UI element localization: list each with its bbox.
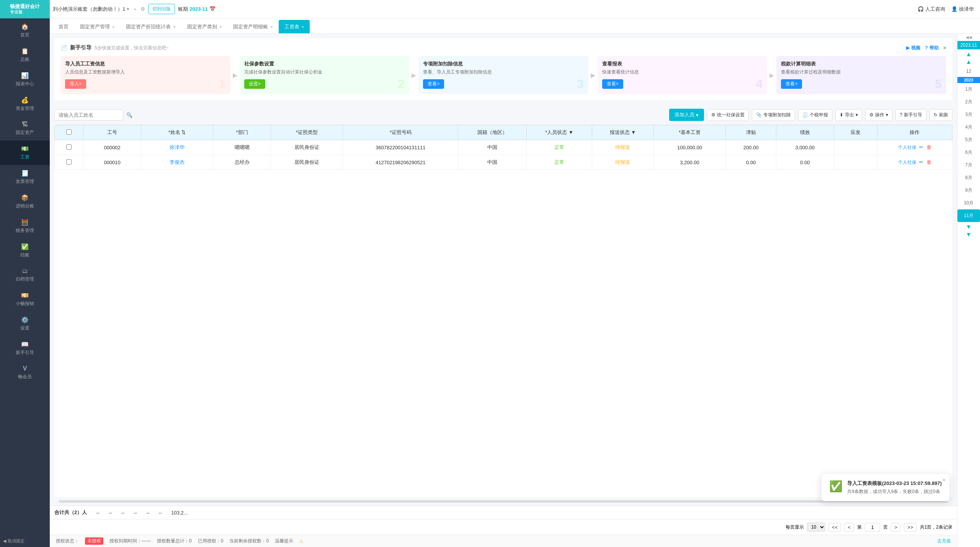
last-page-btn[interactable]: >> — [904, 523, 917, 532]
month-10[interactable]: 10月 — [957, 197, 980, 209]
tab-depreciation-close[interactable]: × — [173, 24, 175, 29]
sidebar-item-ledger[interactable]: 📋 总账 — [0, 43, 50, 67]
row2-edit-icon[interactable]: ✏ — [919, 159, 923, 165]
sidebar-label-guide: 新手引导 — [16, 349, 34, 356]
guide-close-btn[interactable]: × — [943, 45, 946, 51]
tab-salary-close[interactable]: × — [302, 24, 304, 29]
month-8[interactable]: 8月 — [957, 171, 980, 184]
unpin-button[interactable]: ◀ 取消固定 — [0, 535, 50, 547]
sidebar-item-archive[interactable]: 🗂 归档管理 — [0, 263, 50, 287]
tax-report-button[interactable]: 🧾 个税申报 — [798, 109, 832, 121]
per-page-select[interactable]: 10 20 50 — [807, 523, 825, 532]
export-button[interactable]: ⬇ 导出 ▾ — [835, 109, 862, 121]
tab-salary[interactable]: 工资表 × — [279, 20, 310, 33]
tab-fixed-assets[interactable]: 固定资产管理 × — [74, 20, 120, 33]
sidebar-item-close[interactable]: ✅ 结账 — [0, 238, 50, 263]
horizontal-scrollbar[interactable] — [59, 500, 948, 503]
row1-social-link[interactable]: 个人社保 — [898, 145, 916, 150]
sidebar-item-invoice[interactable]: 🧾 发票管理 — [0, 165, 50, 189]
sidebar-item-home[interactable]: 🏠 首页 — [0, 18, 50, 43]
tab-asset-category-close[interactable]: × — [219, 24, 222, 29]
new-guide-button[interactable]: ? 新手引导 — [895, 109, 926, 121]
th-nation: 国籍（地区） — [458, 125, 527, 140]
month-6[interactable]: 6月 — [957, 146, 980, 159]
operation-button[interactable]: ⚙ 操作 ▾ — [865, 109, 892, 121]
row2-social-link[interactable]: 个人社保 — [898, 160, 916, 165]
tab-asset-detail[interactable]: 固定资产明细账 × — [227, 20, 278, 33]
guide-step-2-title: 社保参数设置 — [244, 60, 405, 67]
settings-icon[interactable]: ⚙ — [140, 6, 145, 12]
month-9[interactable]: 9月 — [957, 184, 980, 197]
sidebar-item-purchase[interactable]: 📦 进销台账 — [0, 189, 50, 214]
work-area: 🔍 添加人员 ▾ ⚙ 统一社保设置 📎 — [50, 105, 957, 535]
panel-expand-icon[interactable]: ◀◀ — [964, 34, 973, 41]
search-icon[interactable]: 🔍 — [126, 112, 132, 118]
month-4[interactable]: 4月 — [957, 121, 980, 134]
next-page-btn[interactable]: > — [891, 523, 901, 532]
month-11[interactable]: 11月 — [957, 209, 980, 222]
support-link[interactable]: 🎧 人工咨询 — [918, 6, 945, 13]
sidebar-item-tax[interactable]: 🧮 税务管理 — [0, 214, 50, 238]
social-security-button[interactable]: ⚙ 统一社保设置 — [707, 109, 749, 121]
period-calendar-icon[interactable]: 📅 — [209, 6, 216, 12]
tab-asset-category[interactable]: 固定资产类别 × — [181, 20, 227, 33]
add-account-icon[interactable]: ＋ — [132, 6, 137, 13]
refresh-button[interactable]: ↻ 刷新 — [929, 109, 952, 121]
row2-check[interactable] — [55, 155, 83, 170]
footer-dash-5: -- — [146, 510, 150, 516]
month-12[interactable]: 12 — [957, 65, 980, 77]
sidebar-item-guide[interactable]: 📖 新手引导 — [0, 336, 50, 361]
search-input[interactable] — [54, 109, 123, 121]
sidebar-item-assets[interactable]: 🏗 固定资产 — [0, 116, 50, 140]
sidebar-item-funds[interactable]: 💰 资金管理 — [0, 92, 50, 116]
select-all-checkbox[interactable] — [66, 129, 72, 135]
first-page-btn[interactable]: << — [828, 523, 841, 532]
toolbar: 🔍 添加人员 ▾ ⚙ 统一社保设置 📎 — [50, 105, 957, 125]
month-5[interactable]: 5月 — [957, 134, 980, 146]
sidebar-item-vip[interactable]: V 畅会员 — [0, 361, 50, 385]
go-auth-link[interactable]: 去充值 — [937, 538, 951, 544]
guide-step-1-btn[interactable]: 导入> — [65, 79, 86, 89]
calendar-up-icon[interactable]: ▲ — [966, 51, 972, 58]
account-selector[interactable]: 刘小艳演示账套（勿删勿动！）1 ▾ — [53, 6, 129, 13]
sidebar-item-settings[interactable]: ⚙️ 设置 — [0, 312, 50, 336]
row1-bonus: 200.00 — [726, 140, 776, 155]
ledger-icon: 📋 — [21, 47, 29, 55]
toast-close-btn[interactable]: × — [942, 477, 946, 483]
guide-video-link[interactable]: ▶ 视频 — [906, 45, 920, 51]
tab-fixed-assets-close[interactable]: × — [112, 24, 114, 29]
page-number-input[interactable] — [865, 523, 880, 532]
guide-step-3-btn[interactable]: 查看> — [423, 79, 444, 89]
row2-delete-icon[interactable]: 🗑 — [926, 159, 931, 165]
guide-step-4-btn[interactable]: 查看> — [602, 79, 623, 89]
calendar-nav: ▲ ▲ — [966, 49, 972, 65]
tab-depreciation[interactable]: 固定资产折旧统计表 × — [120, 20, 181, 33]
calendar-up2-icon[interactable]: ▲ — [966, 59, 972, 65]
th-checkbox[interactable] — [55, 125, 83, 140]
sidebar-item-payroll[interactable]: 💵 工资 — [0, 140, 50, 165]
row1-id: 000002 — [83, 140, 141, 155]
month-3[interactable]: 3月 — [957, 108, 980, 121]
guide-step-2-btn[interactable]: 设置> — [244, 79, 265, 89]
month-2[interactable]: 2月 — [957, 96, 980, 108]
month-1[interactable]: 1月 — [957, 83, 980, 96]
calendar-down2-icon[interactable]: ▼ — [966, 231, 972, 238]
guide-step-5-btn[interactable]: 查看> — [781, 79, 802, 89]
month-7[interactable]: 7月 — [957, 159, 980, 171]
row1-edit-icon[interactable]: ✏ — [919, 144, 923, 150]
calendar-down-icon[interactable]: ▼ — [966, 224, 972, 230]
special-deduction-button[interactable]: 📎 专项附加扣除 — [752, 109, 795, 121]
sidebar-item-expense[interactable]: 💴 小畅报销 — [0, 287, 50, 312]
row1-delete-icon[interactable]: 🗑 — [926, 144, 931, 150]
tab-home[interactable]: 首页 — [53, 20, 74, 33]
sidebar-item-reports[interactable]: 📊 报表中心 — [0, 67, 50, 92]
prev-page-btn[interactable]: < — [844, 523, 854, 532]
user-info[interactable]: 👤 徐泽华 — [951, 6, 974, 13]
tab-asset-category-label: 固定资产类别 — [187, 23, 217, 30]
guide-help-link[interactable]: ? 帮助 — [925, 45, 938, 51]
footer-dash-2: -- — [109, 510, 112, 516]
add-person-button[interactable]: 添加人员 ▾ — [669, 109, 704, 121]
row1-check[interactable] — [55, 140, 83, 155]
tab-asset-detail-close[interactable]: × — [270, 24, 273, 29]
switch-version-button[interactable]: 切到旧版 — [148, 4, 175, 14]
